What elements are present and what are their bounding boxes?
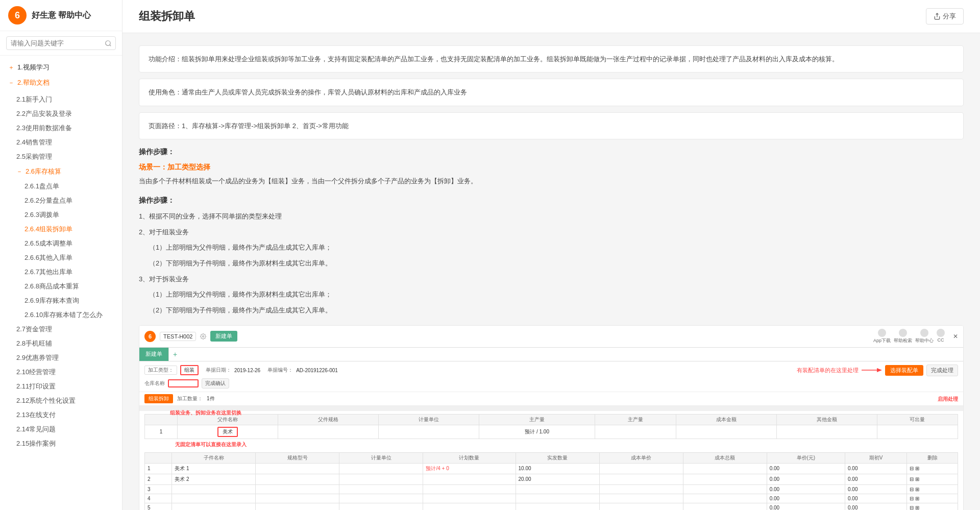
- sidebar-item-s2-11[interactable]: 2.11打印设置: [16, 379, 122, 394]
- lower-th-10: 删除: [907, 452, 958, 463]
- mock-settings-icon: [200, 333, 206, 339]
- svg-point-3: [203, 335, 204, 337]
- mock-icon-user: CC: [937, 329, 945, 344]
- mock-app: 6 TEST-H002 新建单 App下载 帮助检索: [139, 326, 963, 510]
- sidebar-item-s2-3[interactable]: 2.3使用前数据准备: [16, 121, 122, 135]
- sidebar-item-s2-6-5[interactable]: 2.6.5成本调整单: [24, 236, 122, 251]
- upper-td-7: [776, 425, 877, 439]
- mock-titlebar: 6 TEST-H002 新建单 App下载 帮助检索: [139, 326, 963, 348]
- sidebar-item-s2-6-10[interactable]: 2.6.10库存账本错了怎么办: [24, 308, 122, 322]
- mock-confirm-btn[interactable]: 完成确认: [202, 378, 229, 388]
- sidebar-item-s2-6-2[interactable]: 2.6.2分量盘点单: [24, 193, 122, 208]
- mock-status-badge: 加工类型：: [144, 366, 177, 375]
- plus-icon: ＋: [8, 63, 14, 72]
- search-input[interactable]: [6, 36, 116, 50]
- mock-icon-circle: [878, 329, 886, 337]
- sidebar-item-s2-8[interactable]: 2.8手机旺辅: [16, 336, 122, 351]
- mock-tab-plus[interactable]: +: [169, 348, 181, 361]
- sidebar-item-s2-6[interactable]: － 2.6库存核算: [16, 164, 122, 179]
- minus-icon-2: －: [16, 167, 22, 176]
- steps-main-title: 操作步骤：: [139, 148, 964, 157]
- sidebar-item-s2-15[interactable]: 2.15操作案例: [16, 436, 122, 451]
- sidebar-item-label: 1.视频学习: [17, 63, 50, 72]
- sidebar-item-s2-6-6[interactable]: 2.6.6其他入库单: [24, 251, 122, 265]
- lower-row-2: 2 美术 2 20.00 0.00 0.00 ⊟ ⊞: [145, 474, 958, 484]
- sidebar-item-s2-6-8[interactable]: 2.6.8商品成本重算: [24, 279, 122, 294]
- sidebar: 6 好生意 帮助中心 ＋ 1.视频学习 － 2.帮助文档 2.1新手入门 2.2…: [0, 0, 122, 510]
- mock-warehouse-input[interactable]: [168, 379, 199, 387]
- sidebar-header: 6 好生意 帮助中心: [0, 0, 122, 31]
- step-2-2: （2）下部明细为子件明细，最终作为原材料生成其它出库单。: [139, 257, 964, 270]
- upper-td-3: [378, 425, 479, 439]
- lower-row-5: 50.000.00⊟ ⊞: [145, 503, 958, 510]
- share-button[interactable]: 分享: [926, 8, 964, 25]
- mock-lower-table: 子件名称 规格型号 计量单位 计划数量 实发数量 成本单价 成本总额 单价(元)…: [144, 452, 958, 510]
- annotation3-area: 启用处理: [938, 394, 958, 403]
- content-area: 功能介绍：组装拆卸单用来处理企业组装或拆卸等加工业务，支持有固定装配清单的产品加…: [122, 33, 980, 510]
- upper-th-5: 主产量: [595, 414, 676, 425]
- lower-th-2: 规格型号: [256, 452, 339, 463]
- mock-ok-btn[interactable]: 完成处理: [926, 365, 958, 376]
- page-title: 组装拆卸单: [139, 9, 195, 24]
- sidebar-item-s2[interactable]: － 2.帮助文档: [0, 75, 122, 90]
- sidebar-item-s2-13[interactable]: 2.13在线支付: [16, 408, 122, 422]
- search-box: [0, 31, 122, 56]
- sidebar-item-s2-10[interactable]: 2.10经营管理: [16, 365, 122, 379]
- sidebar-item-s2-5[interactable]: 2.5采购管理: [16, 150, 122, 164]
- mock-upper-table-wrap: 父件名称 父件规格 计量单位 主产量 主产量 成本金额 其他金额 可出量: [139, 411, 963, 440]
- lower-row-4: 40.000.00⊟ ⊞: [145, 494, 958, 503]
- upper-th-8: 可出量: [877, 414, 958, 425]
- mock-form-header: 加工类型： 组装 单据日期： 2019-12-26 单据编号： AD-20191…: [139, 361, 963, 392]
- sidebar-item-s1[interactable]: ＋ 1.视频学习: [0, 60, 122, 75]
- sidebar-item-s2-7[interactable]: 2.7资金管理: [16, 322, 122, 336]
- sidebar-item-s2-12[interactable]: 2.12系统个性化设置: [16, 394, 122, 408]
- mock-icon-center: 帮助中心: [915, 329, 934, 344]
- upper-td-0: 1: [145, 425, 178, 439]
- annotation2-text: 组装业务、拆卸业务在这里切换: [170, 409, 241, 417]
- mock-tab-new[interactable]: 新建单: [139, 348, 169, 361]
- mock-assembly-tab[interactable]: 组装拆卸: [144, 394, 173, 403]
- lower-th-7: 成本总额: [683, 452, 767, 463]
- mock-icon-help: 帮助检索: [894, 329, 912, 344]
- mock-close-x: ✕: [953, 333, 958, 340]
- lower-th-8: 单价(元): [767, 452, 845, 463]
- annotation3-text: 启用处理: [938, 396, 958, 402]
- lower-row-1: 1 美术 1 预计/4 + 0 10.00 0.00 0.00 ⊟ ⊞: [145, 463, 958, 474]
- sidebar-item-label: 2.6库存核算: [26, 167, 61, 176]
- upper-th-3: 计量单位: [378, 414, 479, 425]
- sidebar-item-s2-1[interactable]: 2.1新手入门: [16, 92, 122, 107]
- nav-tree: ＋ 1.视频学习 － 2.帮助文档 2.1新手入门 2.2产品安装及登录 2.3…: [0, 56, 122, 510]
- sidebar-item-s2-6-3[interactable]: 2.6.3调拨单: [24, 208, 122, 222]
- mock-type-value: 组装: [180, 365, 199, 375]
- main-header: 组装拆卸单 分享: [122, 0, 980, 33]
- mock-company: TEST-H002: [160, 332, 196, 341]
- intro-text-2: 使用角色：通常由生产人员或库管人员完成拆装业务的操作，库管人员确认原材料的出库和…: [149, 88, 467, 96]
- lower-th-6: 成本单价: [599, 452, 683, 463]
- sidebar-item-s2-4[interactable]: 2.4销售管理: [16, 135, 122, 150]
- upper-td-6: [676, 425, 776, 439]
- mock-choose-btn[interactable]: 选择装配单: [885, 365, 923, 376]
- sidebar-item-s2-6-4[interactable]: 2.6.4组装拆卸单: [24, 222, 122, 236]
- sidebar-item-s2-6-7[interactable]: 2.6.7其他出库单: [24, 265, 122, 279]
- mock-upper-table: 父件名称 父件规格 计量单位 主产量 主产量 成本金额 其他金额 可出量: [144, 414, 958, 439]
- sidebar-item-s2-9[interactable]: 2.9优惠券管理: [16, 351, 122, 365]
- upper-th-4: 主产量: [479, 414, 595, 425]
- lower-row-3: 30.000.00⊟ ⊞: [145, 484, 958, 494]
- sidebar-item-s2-6-1[interactable]: 2.6.1盘点单: [24, 179, 122, 193]
- scene-desc: 当由多个子件材料组装成一个成品的业务为【组装】业务，当由一个父件拆分成多个子产品…: [139, 175, 964, 188]
- sidebar-item-s2-14[interactable]: 2.14常见问题: [16, 422, 122, 436]
- svg-point-0: [106, 40, 110, 45]
- upper-td-1: 美术: [177, 425, 278, 439]
- mock-icon-circle-4: [937, 329, 945, 337]
- lower-th-1: 子件名称: [172, 452, 256, 463]
- op-steps-title: 操作步骤：: [139, 196, 964, 205]
- mock-sub-header: 组装拆卸 加工数量： 1件 组装业务、拆卸业务在这里切换 启用处理: [139, 392, 963, 406]
- sidebar-item-s2-6-9[interactable]: 2.6.9库存账本查询: [24, 294, 122, 308]
- mock-parent-name[interactable]: 美术: [217, 427, 238, 437]
- upper-td-2: [278, 425, 378, 439]
- sidebar-item-s2-2[interactable]: 2.2产品安装及登录: [16, 107, 122, 121]
- mock-icon-circle-3: [920, 329, 928, 337]
- upper-td-5: [595, 425, 676, 439]
- upper-td-8: [877, 425, 958, 439]
- mock-new-btn[interactable]: 新建单: [210, 331, 237, 342]
